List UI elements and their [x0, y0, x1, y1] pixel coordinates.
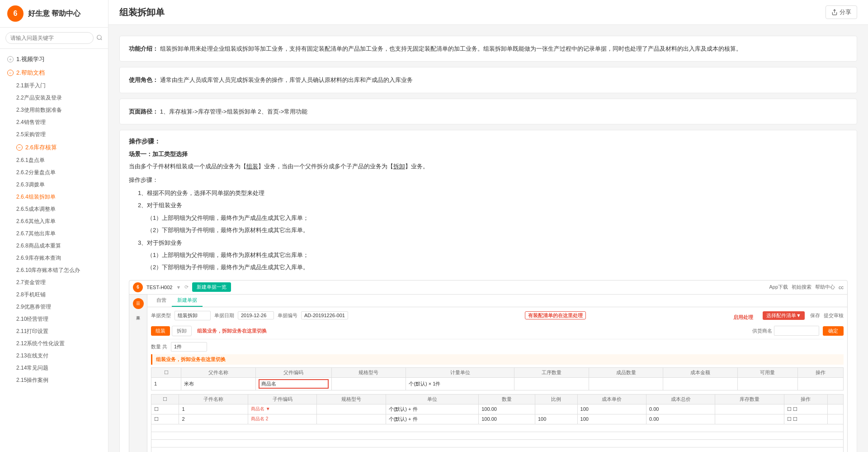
ss-l-col-qty: 数量 — [479, 394, 535, 404]
sidebar-item-adjust[interactable]: 2.6.3调拨单 — [0, 179, 108, 191]
scene1-title: 场景一：加工类型选择 — [129, 150, 848, 158]
site-title: 好生意 帮助中心 — [28, 9, 80, 19]
ss-confirm-btn[interactable]: 确定 — [823, 326, 844, 336]
ss-body-area: ☰ 菜单 自营 新建单据 — [129, 295, 847, 452]
ss-col-qty-plan: 工序数量 — [514, 367, 589, 377]
sidebar-item-cost-adjust[interactable]: 2.6.5成本调整单 — [0, 203, 108, 215]
ss-topbar: 6 TEST-H002 ▼ ⟳ 新建单据一览 App下载 初始搜索 帮助中心 c… — [129, 281, 847, 295]
ss-col-action: 操作 — [797, 367, 843, 377]
steps-label: 操作步骤： — [129, 175, 848, 185]
intro-text: 组装拆卸单用来处理企业组装或拆卸等加工业务，支持有固定装配清单的产品加工业务，也… — [160, 45, 742, 52]
ss-table-row-1: 1 米布 商品名 个(默认) × 1件 — [151, 377, 844, 390]
ss-lower-row-5 — [151, 439, 844, 447]
ss-annotation3: 启用处理 — [733, 314, 753, 321]
sidebar-item-finance[interactable]: 2.7资金管理 — [0, 276, 108, 289]
ss-l-col-op: 操作 — [784, 394, 827, 404]
ss-qty-row: 数量 共 1件 — [151, 342, 844, 352]
ss-lower-row-6 — [151, 447, 844, 452]
sidebar-item-print[interactable]: 2.11打印设置 — [0, 325, 108, 338]
sidebar-item-docs-label: 2.帮助文档 — [16, 69, 45, 77]
path-card: 页面路径： 1、库存核算->库存管理->组装拆卸单 2、首页->常用功能 — [119, 99, 857, 124]
share-button[interactable]: 分享 — [826, 5, 857, 19]
search-input[interactable] — [5, 32, 94, 44]
sidebar-item-stock-query[interactable]: 2.6.9库存账本查询 — [0, 252, 108, 264]
sidebar-item-operation[interactable]: 2.10经营管理 — [0, 313, 108, 325]
ss-qty-val: 1件 — [171, 342, 207, 352]
ss-logo-icon: 6 — [133, 282, 143, 292]
sidebar-item-sales[interactable]: 2.4销售管理 — [0, 116, 108, 128]
ss-disassembly-btn[interactable]: 拆卸 — [172, 326, 192, 336]
ss-l-col-stock: 库存数量 — [715, 394, 784, 404]
ss-nav-user: cc — [839, 285, 844, 290]
ss-col-cost: 成本金额 — [663, 367, 738, 377]
ss-date-label: 单据日期 — [214, 312, 234, 319]
scene1-desc: 当由多个子件材料组装成一个成品的业务为【组装】业务，当由一个父件拆分成多个子产品… — [129, 161, 848, 171]
ss-nav-help: 帮助中心 — [815, 284, 835, 290]
ss-type-val[interactable]: 组装拆卸 — [175, 311, 211, 320]
sidebar-header: 6 好生意 帮助中心 — [0, 0, 108, 28]
sidebar-item-other-in[interactable]: 2.6.6其他入库单 — [0, 215, 108, 228]
ss-td-unit: 个(默认) × 1件 — [406, 377, 514, 390]
ss-td-avail — [737, 377, 797, 390]
ss-col-qty-actual: 成品数量 — [589, 367, 663, 377]
sidebar-item-mobile[interactable]: 2.8手机旺铺 — [0, 289, 108, 301]
ss-dropdown-icon: ▼ — [176, 285, 181, 290]
ss-td-cost — [663, 377, 738, 390]
path-label: 页面路径： — [129, 108, 158, 115]
sidebar-item-stocktake[interactable]: 2.6.1盘点单 — [0, 154, 108, 167]
ss-highlight-cell: 商品名 — [259, 379, 329, 389]
step3-1: （1）上部明细为父件明细，最终作为原材料生成其它出库单； — [147, 250, 848, 260]
ss-no-label: 单据编号 — [278, 312, 297, 319]
sidebar-item-inventory[interactable]: − 2.6库存核算 — [0, 141, 108, 154]
ss-upper-table: ☐ 父件名称 父件编码 规格型号 计量单位 工序数量 成品数量 — [151, 367, 844, 390]
search-icon[interactable] — [96, 34, 103, 42]
share-label: 分享 — [840, 8, 851, 16]
nav-tree: + 1.视频学习 − 2.帮助文档 2.1新手入门 2.2产品安装及登录 2.3… — [0, 49, 108, 452]
sidebar-item-assembly[interactable]: 2.6.4组装拆卸单 — [0, 191, 108, 203]
sidebar-item-purchase[interactable]: 2.5采购管理 — [0, 128, 108, 141]
ss-type-label: 单据类型 — [151, 312, 171, 319]
plus-icon: + — [7, 56, 14, 62]
sidebar-item-custom[interactable]: 2.12系统个性化设置 — [0, 338, 108, 350]
ss-supplier-input[interactable] — [774, 326, 819, 336]
page-title: 组装拆卸单 — [119, 6, 165, 19]
ss-td-op — [797, 377, 843, 390]
ss-new-btn[interactable]: 新建单据一览 — [192, 282, 231, 292]
ss-annotation2: 组装业务，拆卸业务在这里切换 — [197, 328, 267, 334]
sidebar-item-video[interactable]: + 1.视频学习 — [0, 52, 108, 66]
ss-tab-new[interactable]: 新建单据 — [172, 295, 203, 307]
ss-assembly-btn[interactable]: 组装 — [151, 326, 170, 336]
sidebar-item-faq[interactable]: 2.14常见问题 — [0, 362, 108, 374]
minus-icon: − — [7, 70, 14, 76]
sidebar-item-partial-stock[interactable]: 2.6.2分量盘点单 — [0, 167, 108, 179]
sidebar-item-stock-error[interactable]: 2.6.10库存账本错了怎么办 — [0, 264, 108, 276]
ss-tab-self[interactable]: 自营 — [151, 295, 172, 307]
ss-col-sku: 父件编码 — [256, 367, 332, 377]
ss-save-label: 保存 — [810, 312, 820, 319]
steps-title: 操作步骤： — [129, 138, 848, 146]
ss-col-item: 父件名称 — [181, 367, 256, 377]
search-bar — [0, 28, 108, 49]
sidebar-item-video-label: 1.视频学习 — [16, 55, 45, 63]
sidebar-item-cases[interactable]: 2.15操作案例 — [0, 374, 108, 386]
step2-1: （1）上部明细为父件明细，最终作为产成品生成其它入库单； — [147, 213, 848, 223]
sidebar-item-install[interactable]: 2.2产品安装及登录 — [0, 92, 108, 104]
sidebar-item-docs[interactable]: − 2.帮助文档 — [0, 66, 108, 80]
intro-label: 功能介绍： — [129, 45, 158, 52]
sidebar-item-newcomer[interactable]: 2.1新手入门 — [0, 80, 108, 92]
ss-tenant: TEST-H002 — [146, 285, 172, 290]
sidebar-item-data-prep[interactable]: 2.3使用前数据准备 — [0, 104, 108, 116]
sidebar-item-online-pay[interactable]: 2.13在线支付 — [0, 350, 108, 362]
sidebar-item-cost-recalc[interactable]: 2.6.8商品成本重算 — [0, 240, 108, 252]
step2-2: （2）下部明细为子件明细，最终作为原材料生成其它出库单。 — [147, 225, 848, 235]
sidebar-item-other-out[interactable]: 2.6.7其他出库单 — [0, 228, 108, 240]
ss-annotation1: 有装配清单的在这里处理 — [525, 311, 586, 319]
ss-select-bom-btn[interactable]: 选择配件清单▼ — [763, 311, 805, 320]
ss-lower-row-4 — [151, 432, 844, 439]
ss-td-cb: 1 — [151, 377, 181, 390]
ss-submit-label: 提交审核 — [824, 312, 844, 319]
ss-td-qty-plan — [514, 377, 589, 390]
ss-td-qty-actual — [589, 377, 663, 390]
sidebar-item-coupon[interactable]: 2.9优惠券管理 — [0, 301, 108, 313]
role-text: 通常由生产人员或库管人员完成拆装业务的操作，库管人员确认原材料的出库和产成品的入… — [160, 76, 413, 83]
